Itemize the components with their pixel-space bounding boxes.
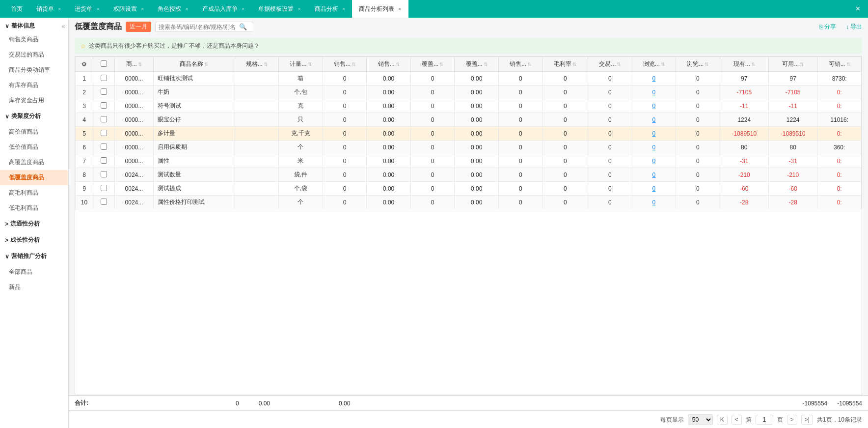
nav-tab-inventory-close[interactable]: × xyxy=(242,6,244,12)
row-checkbox[interactable] xyxy=(101,102,107,109)
nav-tab-purchase[interactable]: 进货单 × xyxy=(68,0,106,18)
sidebar-item-交易过的商品[interactable]: 交易过的商品 xyxy=(0,47,68,62)
period-button[interactable]: 近一月 xyxy=(126,22,151,32)
row-checkbox[interactable] xyxy=(101,88,107,95)
cell-browse1[interactable]: 0 xyxy=(632,86,676,99)
nav-tab-sales-close[interactable]: × xyxy=(58,6,61,12)
sidebar-item-低毛利商品[interactable]: 低毛利商品 xyxy=(0,200,68,216)
sidebar-collapse-icon[interactable]: « xyxy=(61,22,65,30)
row-checkbox[interactable] xyxy=(101,130,107,136)
th-code[interactable]: 商...⇅ xyxy=(115,57,154,72)
th-current-stock[interactable]: 现有...⇅ xyxy=(720,57,768,72)
export-button[interactable]: ↓ 导出 xyxy=(846,23,862,31)
cell-browse1[interactable]: 0 xyxy=(632,141,676,154)
cell-checkbox[interactable] xyxy=(93,168,115,182)
th-cover1[interactable]: 覆盖...⇅ xyxy=(410,57,455,72)
cell-checkbox[interactable] xyxy=(93,86,115,99)
nav-tab-templates[interactable]: 单据模板设置 × xyxy=(251,0,307,18)
cell-browse1[interactable]: 0 xyxy=(632,113,676,127)
nav-tab-roles[interactable]: 角色授权 × xyxy=(151,0,195,18)
nav-tab-purchase-close[interactable]: × xyxy=(96,6,99,12)
nav-tab-analysis-list-close[interactable]: × xyxy=(398,6,401,12)
cell-browse1[interactable]: 0 xyxy=(632,182,676,196)
cell-browse1[interactable]: 0 xyxy=(632,196,676,209)
first-page-button[interactable]: K xyxy=(717,415,728,425)
th-sales3[interactable]: 销售...⇅ xyxy=(498,57,542,72)
nav-tab-permissions-close[interactable]: × xyxy=(141,6,144,12)
th-checkbox[interactable] xyxy=(93,57,115,72)
sidebar-section-类聚度分析[interactable]: ∨ 类聚度分析 xyxy=(0,108,68,124)
sidebar-section-流通性分析[interactable]: > 流通性分析 xyxy=(0,216,68,232)
sidebar-section-营销推广分析[interactable]: ∨ 营销推广分析 xyxy=(0,248,68,264)
row-checkbox[interactable] xyxy=(101,75,107,81)
nav-tab-analysis[interactable]: 商品分析 × xyxy=(308,0,352,18)
nav-tab-permissions[interactable]: 权限设置 × xyxy=(107,0,151,18)
cell-saleable: 0: xyxy=(817,168,862,182)
th-available[interactable]: 可用...⇅ xyxy=(768,57,817,72)
row-checkbox[interactable] xyxy=(101,171,107,177)
sidebar-item-低覆盖度商品[interactable]: 低覆盖度商品 xyxy=(0,170,68,185)
cell-checkbox[interactable] xyxy=(93,99,115,113)
cell-checkbox[interactable] xyxy=(93,127,115,141)
th-cover2[interactable]: 覆盖...⇅ xyxy=(455,57,499,72)
share-button[interactable]: ⎘ 分享 xyxy=(819,23,836,31)
cell-checkbox[interactable] xyxy=(93,182,115,196)
close-all-button[interactable]: × xyxy=(852,4,864,13)
th-spec[interactable]: 规格...⇅ xyxy=(235,57,279,72)
nav-tab-templates-close[interactable]: × xyxy=(298,6,300,12)
th-sales-amt[interactable]: 销售...⇅ xyxy=(367,57,411,72)
sidebar-item-高覆盖度商品[interactable]: 高覆盖度商品 xyxy=(0,155,68,170)
sidebar-item-全部商品[interactable]: 全部商品 xyxy=(0,264,68,280)
row-checkbox[interactable] xyxy=(101,143,107,150)
cell-checkbox[interactable] xyxy=(93,196,115,209)
sidebar-item-低价值商品[interactable]: 低价值商品 xyxy=(0,140,68,155)
th-name[interactable]: 商品名称⇅ xyxy=(153,57,235,72)
sidebar-section-成长性分析[interactable]: > 成长性分析 xyxy=(0,232,68,248)
nav-tab-inventory[interactable]: 产成品入库单 × xyxy=(195,0,251,18)
last-page-button[interactable]: >| xyxy=(801,415,813,425)
th-browse1[interactable]: 浏览...⇅ xyxy=(632,57,676,72)
data-table: ⚙ 商...⇅ 商品名称⇅ 规格...⇅ 计量...⇅ 销售...⇅ 销售...… xyxy=(75,57,862,209)
th-saleable[interactable]: 可销...⇅ xyxy=(817,57,862,72)
cell-browse1[interactable]: 0 xyxy=(632,127,676,141)
sidebar-item-商品分类动销率[interactable]: 商品分类动销率 xyxy=(0,62,68,78)
sidebar-item-库存资金占用[interactable]: 库存资金占用 xyxy=(0,93,68,108)
sidebar-item-高价值商品[interactable]: 高价值商品 xyxy=(0,124,68,140)
cell-checkbox[interactable] xyxy=(93,154,115,168)
row-checkbox[interactable] xyxy=(101,185,107,191)
th-unit[interactable]: 计量...⇅ xyxy=(279,57,323,72)
next-page-button[interactable]: > xyxy=(787,415,797,425)
cell-browse1[interactable]: 0 xyxy=(632,168,676,182)
sidebar-item-高毛利商品[interactable]: 高毛利商品 xyxy=(0,185,68,200)
cell-checkbox[interactable] xyxy=(93,141,115,154)
page-input[interactable] xyxy=(756,415,773,425)
row-checkbox[interactable] xyxy=(101,116,107,122)
th-browse2[interactable]: 浏览...⇅ xyxy=(676,57,720,72)
row-checkbox[interactable] xyxy=(101,199,107,205)
row-checkbox[interactable] xyxy=(101,157,107,164)
nav-tab-home[interactable]: 首页 xyxy=(4,0,29,18)
prev-page-button[interactable]: < xyxy=(732,415,742,425)
nav-tab-sales[interactable]: 销货单 × xyxy=(29,0,68,18)
cell-browse1[interactable]: 0 xyxy=(632,154,676,168)
page-size-select[interactable]: 50 20 100 xyxy=(688,414,713,425)
th-sales-qty[interactable]: 销售...⇅ xyxy=(323,57,367,72)
cell-spec xyxy=(235,127,279,141)
cell-checkbox[interactable] xyxy=(93,113,115,127)
cell-gross-rate: 0 xyxy=(542,168,588,182)
sidebar-item-有库存商品[interactable]: 有库存商品 xyxy=(0,78,68,93)
sidebar-section-整体信息[interactable]: ∨ 整体信息 xyxy=(5,22,61,30)
nav-tab-analysis-close[interactable]: × xyxy=(342,6,345,12)
th-trade[interactable]: 交易...⇅ xyxy=(588,57,632,72)
th-settings[interactable]: ⚙ xyxy=(76,57,93,72)
nav-tab-roles-close[interactable]: × xyxy=(185,6,188,12)
nav-tab-analysis-list[interactable]: 商品分析列表 × xyxy=(352,0,408,18)
sidebar-item-新品[interactable]: 新品 xyxy=(0,280,68,295)
select-all-checkbox[interactable] xyxy=(101,60,107,67)
cell-checkbox[interactable] xyxy=(93,72,115,86)
search-input[interactable] xyxy=(159,24,237,30)
cell-browse1[interactable]: 0 xyxy=(632,99,676,113)
cell-browse1[interactable]: 0 xyxy=(632,72,676,86)
sidebar-item-销售类商品[interactable]: 销售类商品 xyxy=(0,32,68,47)
th-gross-rate[interactable]: 毛利率⇅ xyxy=(542,57,588,72)
